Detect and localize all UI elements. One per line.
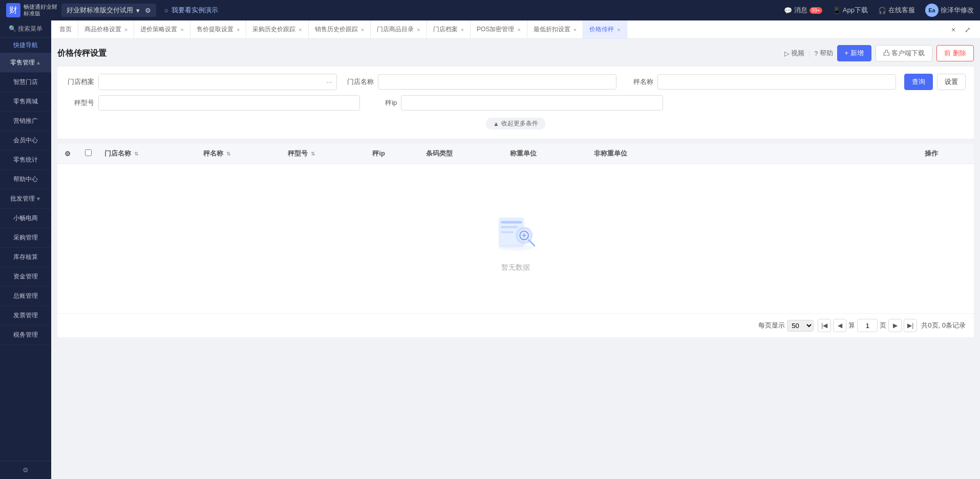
close-icon[interactable]: ×	[461, 27, 464, 33]
download-button[interactable]: 凸 客户端下载	[876, 45, 933, 61]
close-icon[interactable]: ×	[617, 27, 620, 33]
tab-price-scale[interactable]: 价格传秤 ×	[583, 20, 627, 39]
close-icon[interactable]: ×	[124, 27, 127, 33]
tab-sale-price[interactable]: 售价提取设置 ×	[190, 20, 246, 39]
help-icon: ?	[814, 50, 818, 57]
th-settings[interactable]: ⚙	[57, 144, 78, 164]
tab-pos-management[interactable]: POS加密管理 ×	[471, 20, 527, 39]
tab-store-catalog[interactable]: 门店商品目录 ×	[371, 20, 427, 39]
last-page-btn[interactable]: ▶|	[904, 319, 917, 332]
close-icon[interactable]: ×	[517, 27, 520, 33]
delete-button[interactable]: 前 删除	[936, 45, 974, 61]
tab-home[interactable]: 首页	[53, 20, 78, 39]
sidebar-item-label: 发票管理	[13, 311, 38, 320]
page-input[interactable]	[857, 319, 878, 332]
th-checkbox[interactable]	[78, 144, 98, 164]
tab-label: 最低折扣设置	[534, 25, 570, 34]
app-download-item[interactable]: 📱 App下载	[833, 6, 868, 15]
collapse-button[interactable]: ▲ 收起更多条件	[486, 118, 545, 129]
sidebar-item-invoice[interactable]: 发票管理	[0, 306, 51, 325]
close-icon[interactable]: ×	[299, 27, 302, 33]
empty-text: 暂无数据	[501, 263, 530, 272]
sidebar-item-purchase[interactable]: 采购管理	[0, 228, 51, 248]
delete-label: 前 删除	[944, 49, 966, 58]
sidebar-item-mini-ecom[interactable]: 小畅电商	[0, 209, 51, 228]
search-icon: 🔍	[9, 25, 16, 32]
settings-button[interactable]: 设置	[937, 74, 966, 90]
tab-expand-btn[interactable]: ⤢	[962, 24, 974, 36]
scale-name-input[interactable]	[657, 74, 896, 90]
online-service-item[interactable]: 🎧 在线客服	[878, 6, 915, 15]
sort-icon[interactable]: ⇅	[226, 151, 230, 157]
sidebar-item-online-store[interactable]: 零售商城	[0, 92, 51, 112]
th-barcode-type: 条码类型	[420, 144, 504, 164]
store-archive-more-btn[interactable]: ···	[322, 78, 336, 86]
scale-ip-label: 秤ip	[368, 98, 397, 107]
sidebar-item-finance[interactable]: 资金管理	[0, 267, 51, 287]
user-item[interactable]: Ea 徐泽华修改	[925, 4, 974, 17]
sidebar-settings[interactable]: ⚙	[0, 461, 51, 479]
scale-ip-input[interactable]	[401, 95, 663, 111]
scale-model-input[interactable]	[98, 95, 360, 111]
sidebar-item-label: 总账管理	[13, 292, 38, 300]
help-link[interactable]: ? 帮助	[814, 49, 833, 58]
message-item[interactable]: 💬 消息 99+	[784, 6, 822, 15]
sort-icon[interactable]: ⇅	[311, 151, 315, 157]
sidebar-item-help[interactable]: 帮助中心	[0, 170, 51, 189]
collapse-label: 收起更多条件	[501, 119, 538, 128]
tab-store-archive[interactable]: 门店档案 ×	[427, 20, 471, 39]
close-icon[interactable]: ×	[573, 27, 577, 33]
tab-close-btn[interactable]: ×	[947, 24, 960, 36]
selector-settings-icon[interactable]: ⚙	[145, 7, 151, 14]
next-page-btn[interactable]: ▶	[888, 319, 902, 332]
app-download-label: App下载	[843, 6, 868, 15]
table-header-row: ⚙ 门店名称 ⇅ 秤名称 ⇅ 秤型号	[57, 144, 974, 164]
sort-icon[interactable]: ⇅	[134, 151, 138, 157]
close-icon[interactable]: ×	[237, 27, 240, 33]
video-label: 视频	[791, 49, 804, 58]
query-button[interactable]: 查询	[904, 74, 933, 90]
first-page-btn[interactable]: |◀	[818, 319, 831, 332]
tab-purchase-strategy[interactable]: 进价策略设置 ×	[134, 20, 190, 39]
close-icon[interactable]: ×	[361, 27, 364, 33]
prev-page-btn[interactable]: ◀	[833, 319, 846, 332]
per-page-dropdown[interactable]: 10 20 50 100	[787, 320, 814, 332]
tab-product-price[interactable]: 商品价格设置 ×	[78, 20, 134, 39]
settings-label: 设置	[945, 77, 958, 86]
sidebar-item-marketing[interactable]: 营销推广	[0, 112, 51, 131]
video-link[interactable]: ▷ 视频	[784, 49, 804, 58]
sidebar-item-label: 零售管理	[10, 58, 35, 67]
tab-purchase-history[interactable]: 采购历史价跟踪 ×	[246, 20, 308, 39]
message-badge: 99+	[809, 7, 822, 14]
header-demo[interactable]: ○ 我要看实例演示	[164, 6, 218, 15]
th-operation: 操作	[919, 144, 974, 164]
tab-min-discount[interactable]: 最低折扣设置 ×	[527, 20, 583, 39]
sidebar-item-tax[interactable]: 税务管理	[0, 325, 51, 345]
sidebar-search[interactable]: 🔍 搜索菜单	[0, 20, 51, 38]
th-weight-unit: 称重单位	[504, 144, 588, 164]
collapse-up-icon: ▲	[493, 120, 499, 127]
sidebar-item-member[interactable]: 会员中心	[0, 131, 51, 150]
close-icon[interactable]: ×	[417, 27, 420, 33]
store-name-input[interactable]	[378, 74, 616, 90]
sidebar-item-retail[interactable]: 零售管理 ▲	[0, 53, 51, 73]
sidebar-nav[interactable]: 快捷导航	[0, 38, 51, 53]
sidebar-item-smart-store[interactable]: 智慧门店	[0, 73, 51, 92]
expand-icon-wholesale: ▼	[36, 196, 41, 202]
message-icon: 💬	[784, 7, 792, 14]
sidebar-item-wholesale[interactable]: 批发管理 ▼	[0, 189, 51, 209]
store-archive-input[interactable]	[99, 74, 322, 90]
sidebar-item-label: 零售统计	[13, 156, 38, 164]
sidebar-item-inventory[interactable]: 库存核算	[0, 248, 51, 267]
select-all-checkbox[interactable]	[85, 149, 92, 156]
form-item-store-name: 门店名称	[345, 74, 616, 90]
add-button[interactable]: + 新增	[837, 45, 871, 61]
close-icon[interactable]: ×	[180, 27, 183, 33]
form-item-scale-ip: 秤ip	[368, 95, 663, 111]
sidebar-item-general-ledger[interactable]: 总账管理	[0, 287, 51, 306]
header-selector[interactable]: 好业财标准版交付试用 ▾ ⚙	[61, 4, 156, 17]
tab-sale-history[interactable]: 销售历史价跟踪 ×	[309, 20, 371, 39]
selector-dropdown-icon: ▾	[136, 7, 140, 14]
sidebar-item-retail-stats[interactable]: 零售统计	[0, 150, 51, 170]
selector-label: 好业财标准版交付试用	[67, 6, 133, 15]
